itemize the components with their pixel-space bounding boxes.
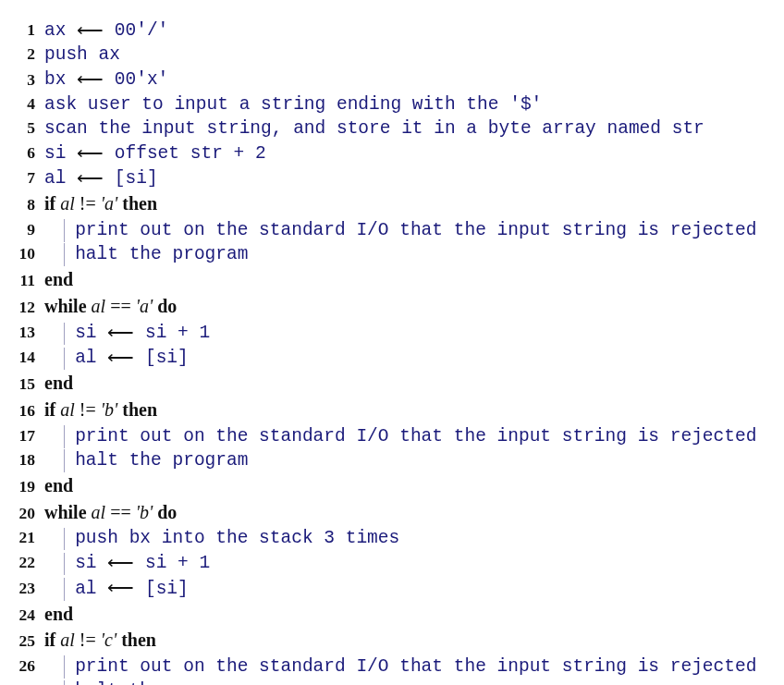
line-content: end (44, 371, 756, 398)
seg-tt: offset str + 2 (104, 143, 266, 164)
line-content: si ⟵ offset str + 2 (44, 141, 756, 166)
seg-tt: print out on the standard I/O that the i… (75, 656, 756, 677)
line-number: 5 (9, 117, 44, 141)
code-line: 2push ax (9, 43, 756, 67)
algorithm-listing: 1ax ⟵ 00'/'2push ax3bx ⟵ 00'x'4ask user … (9, 18, 756, 685)
line-number: 27 (9, 679, 44, 685)
line-content: while al == 'b' do (44, 500, 756, 527)
seg-tt: ask user to input a string ending with t… (44, 94, 542, 115)
seg-op: != (80, 193, 101, 214)
line-content: scan the input string, and store it in a… (44, 117, 756, 141)
seg-tt: 00'/' (104, 20, 168, 41)
seg-kw: if (44, 399, 60, 420)
seg-kw: end (44, 373, 73, 393)
seg-tt: [si] (104, 168, 158, 189)
line-content: end (44, 602, 756, 629)
seg-tt: al (44, 168, 77, 189)
code-line: 4ask user to input a string ending with … (9, 93, 756, 117)
seg-kw: while (44, 296, 92, 316)
seg-tt: [si] (134, 579, 189, 599)
line-content: halt the program (44, 242, 756, 266)
line-content: al ⟵ [si] (44, 576, 756, 601)
code-line: 16if al != 'b' then (9, 398, 756, 424)
indent-rule (64, 680, 65, 685)
seg-arrow: ⟵ (77, 18, 104, 43)
line-content: if al != 'a' then (44, 191, 756, 218)
code-line: 9print out on the standard I/O that the … (9, 218, 756, 242)
seg-tt: halt the program (75, 680, 248, 685)
code-line: 5scan the input string, and store it in … (9, 117, 756, 141)
seg-arrow: ⟵ (107, 550, 134, 575)
seg-tt: print out on the standard I/O that the i… (75, 220, 756, 240)
indent-rule (64, 553, 65, 575)
indent-rule (64, 348, 65, 370)
seg-tt: bx (44, 70, 77, 91)
line-content: end (44, 267, 756, 294)
seg-var: al (92, 296, 111, 316)
code-line: 14al ⟵ [si] (9, 346, 756, 371)
indent-rule (64, 578, 65, 600)
line-number: 23 (9, 576, 44, 601)
seg-tt: si (75, 553, 107, 573)
seg-tt: push ax (44, 44, 120, 65)
seg-arrow: ⟵ (77, 67, 104, 92)
line-number: 15 (9, 371, 44, 398)
seg-tt: scan the input string, and store it in a… (44, 118, 704, 139)
seg-kw: end (44, 604, 73, 624)
seg-tt: si + 1 (134, 323, 210, 343)
seg-tt: al (75, 348, 107, 368)
line-content: halt the program (44, 679, 756, 685)
code-line: 24end (9, 602, 756, 629)
seg-kw: then (121, 630, 156, 650)
line-content: push ax (44, 43, 756, 67)
seg-arrow: ⟵ (107, 575, 134, 600)
seg-arrow: ⟵ (77, 141, 104, 165)
seg-var: 'a' (136, 296, 158, 316)
code-line: 20while al == 'b' do (9, 500, 756, 527)
code-line: 11end (9, 267, 756, 294)
code-line: 19end (9, 473, 756, 500)
code-line: 25if al != 'c' then (9, 628, 756, 654)
seg-var: 'a' (101, 193, 123, 214)
seg-op: != (80, 630, 101, 650)
line-number: 25 (9, 628, 44, 654)
line-content: al ⟵ [si] (44, 166, 756, 191)
code-line: 13si ⟵ si + 1 (9, 321, 756, 346)
line-number: 13 (9, 321, 44, 346)
line-content: end (44, 473, 756, 500)
line-content: while al == 'a' do (44, 294, 756, 321)
seg-kw: do (157, 502, 177, 522)
code-line: 3bx ⟵ 00'x' (9, 67, 756, 92)
seg-tt: push bx into the stack 3 times (75, 528, 399, 548)
seg-tt: halt the program (75, 244, 248, 264)
indent-rule (64, 449, 65, 471)
code-line: 23al ⟵ [si] (9, 576, 756, 601)
line-number: 19 (9, 473, 44, 500)
seg-var: al (60, 193, 80, 214)
line-number: 14 (9, 346, 44, 371)
line-content: ask user to input a string ending with t… (44, 93, 756, 117)
code-line: 8if al != 'a' then (9, 191, 756, 218)
seg-tt: 00'x' (104, 70, 168, 91)
seg-kw: then (122, 399, 157, 420)
indent-rule (64, 323, 65, 345)
code-line: 26print out on the standard I/O that the… (9, 654, 756, 679)
line-content: print out on the standard I/O that the i… (44, 654, 756, 679)
code-line: 12while al == 'a' do (9, 294, 756, 321)
code-line: 22si ⟵ si + 1 (9, 551, 756, 576)
code-line: 18halt the program (9, 448, 756, 472)
seg-kw: do (157, 296, 177, 316)
code-line: 7al ⟵ [si] (9, 166, 756, 191)
line-content: if al != 'b' then (44, 398, 756, 424)
seg-op: == (110, 502, 136, 522)
seg-tt: si + 1 (134, 553, 210, 573)
line-number: 12 (9, 294, 44, 321)
line-content: if al != 'c' then (44, 628, 756, 654)
line-content: si ⟵ si + 1 (44, 551, 756, 576)
seg-var: al (60, 630, 80, 650)
line-number: 24 (9, 602, 44, 629)
seg-tt: halt the program (75, 450, 248, 471)
seg-tt: al (75, 579, 107, 599)
line-content: print out on the standard I/O that the i… (44, 218, 756, 242)
line-content: si ⟵ si + 1 (44, 321, 756, 346)
